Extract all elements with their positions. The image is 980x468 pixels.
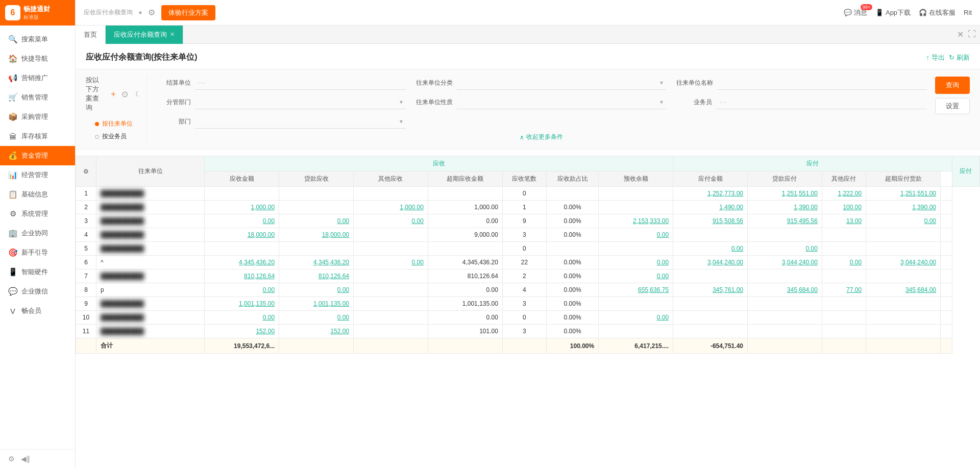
sidebar-item-wechat[interactable]: 💬 企业微信: [0, 282, 75, 301]
sidebar-item-hardware[interactable]: 📱 智能硬件: [0, 262, 75, 282]
cell-link[interactable]: 810,126.64: [244, 273, 275, 280]
cell-link[interactable]: 1,000.00: [251, 204, 275, 211]
sidebar-item-basic[interactable]: 📋 基础信息: [0, 185, 75, 204]
tab-home[interactable]: 首页: [76, 26, 106, 44]
cell-link[interactable]: 4,345,436.20: [239, 259, 275, 266]
dept-input[interactable]: ▾: [195, 114, 406, 129]
cell-link[interactable]: 0.00: [412, 217, 424, 225]
cell-link[interactable]: 0.00: [657, 273, 669, 280]
cell-link[interactable]: 0.00: [337, 217, 349, 225]
cell-link[interactable]: 3,044,240.00: [782, 259, 818, 266]
sidebar-item-operation[interactable]: 📊 经营管理: [0, 165, 75, 185]
cell-link[interactable]: 2,153,333.00: [633, 217, 669, 225]
cell-link[interactable]: 345,684.00: [905, 286, 936, 293]
logo-sub: 标准版: [23, 14, 50, 21]
search-scheme-icon[interactable]: ⊙: [121, 89, 128, 99]
footer-settings-btn[interactable]: ⚙: [8, 455, 15, 463]
cell-link[interactable]: 13.00: [846, 217, 862, 225]
cell-link[interactable]: 0.00: [657, 314, 669, 321]
salesperson-input[interactable]: ···: [716, 95, 927, 109]
sidebar-item-inventory[interactable]: 🏛 库存核算: [0, 127, 75, 146]
tab-maximize-btn[interactable]: ⛶: [968, 30, 976, 39]
sidebar-item-quick-nav[interactable]: 🏠 快捷导航: [0, 49, 75, 68]
cell-link[interactable]: 1,000.00: [400, 204, 424, 211]
scheme-dot: [95, 122, 99, 126]
cell-link[interactable]: 0.00: [657, 259, 669, 266]
query-btn[interactable]: 查询: [935, 77, 970, 94]
sidebar-item-guide[interactable]: 🎯 新手引导: [0, 243, 75, 262]
scheme-by-staff[interactable]: 按业务员: [91, 130, 138, 143]
cell-link[interactable]: 0.00: [806, 245, 818, 252]
cell-link[interactable]: 4,345,436.20: [313, 259, 349, 266]
cell-link[interactable]: 3,044,240.00: [707, 259, 743, 266]
cell-link[interactable]: 0.00: [263, 217, 275, 225]
header-dropdown-btn[interactable]: ▾: [139, 9, 142, 16]
cell-link[interactable]: 18,000.00: [322, 231, 349, 238]
cell-link[interactable]: 1,251,551.00: [782, 190, 818, 197]
cell-link[interactable]: 1,222.00: [838, 190, 862, 197]
cell-link[interactable]: 345,684.00: [787, 286, 818, 293]
cell-link[interactable]: 0.00: [731, 245, 743, 252]
sidebar-item-system[interactable]: ⚙ 系统管理: [0, 204, 75, 224]
cell-link[interactable]: 0.00: [657, 231, 669, 238]
sidebar-item-finance[interactable]: 💰 资金管理: [0, 146, 75, 165]
footer-collapse-btn[interactable]: ◀‖: [21, 455, 30, 463]
cell-link[interactable]: 345,761.00: [713, 286, 743, 293]
cell-link[interactable]: 1,251,551.00: [900, 190, 936, 197]
cell-link[interactable]: 0.00: [337, 286, 349, 293]
sidebar-item-purchase[interactable]: 📦 采购管理: [0, 107, 75, 127]
settlement-input[interactable]: ···: [195, 76, 406, 90]
collapse-btn[interactable]: ∧ 收起更多条件: [520, 133, 563, 141]
cell-link[interactable]: 1,390.00: [912, 204, 936, 211]
sidebar-item-marketing[interactable]: 📢 营销推广: [0, 68, 75, 88]
cell-link[interactable]: 0.00: [337, 314, 349, 321]
field-label-partner-cat: 往来单位分类: [416, 79, 453, 87]
table-settings-col[interactable]: ⚙: [76, 156, 96, 187]
tab-close-window-btn[interactable]: ✕: [957, 30, 964, 39]
search-collapse-icon[interactable]: 《: [132, 90, 138, 98]
cell-link[interactable]: 1,252,773.00: [707, 190, 743, 197]
settings-btn[interactable]: 设置: [935, 98, 970, 114]
cell-link[interactable]: 100.00: [843, 204, 862, 211]
scheme-by-partner[interactable]: 按往来单位: [91, 117, 138, 130]
export-btn[interactable]: ↑ 导出: [926, 53, 945, 62]
cell-link[interactable]: 152.00: [256, 328, 275, 335]
cell-link[interactable]: 3,044,240.00: [900, 259, 936, 266]
header-right: 💬 消息 99+ 📱 App下载 🎧 在线客服 Rit: [844, 8, 972, 17]
cell-link[interactable]: 1,490.00: [719, 204, 743, 211]
header-user[interactable]: Rit: [964, 9, 972, 16]
sidebar-item-enterprise[interactable]: 🏢 企业协同: [0, 224, 75, 243]
partner-category-input[interactable]: ▾: [457, 76, 667, 90]
cell-link[interactable]: 0.00: [924, 217, 936, 225]
dept-head-input[interactable]: ▾: [195, 95, 406, 109]
partner-nature-input[interactable]: ▾: [457, 95, 667, 109]
cell-link[interactable]: 77.00: [846, 286, 862, 293]
cell-link[interactable]: 0.00: [850, 259, 862, 266]
search-add-btn[interactable]: ＋: [109, 89, 117, 100]
cell-link[interactable]: 152.00: [330, 328, 349, 335]
tab-ar-ap[interactable]: 应收应付余额查询 ✕: [106, 26, 183, 44]
cell-link[interactable]: 810,126.64: [318, 273, 349, 280]
header-notif[interactable]: 💬 消息 99+: [844, 8, 867, 17]
cell-link[interactable]: 1,001,135.00: [313, 300, 349, 307]
refresh-btn[interactable]: ↻ 刷新: [949, 53, 970, 62]
header-app-download[interactable]: 📱 App下载: [875, 8, 911, 17]
cell-link[interactable]: 0.00: [412, 259, 424, 266]
cell-link[interactable]: 915,495.56: [787, 217, 818, 225]
trial-btn[interactable]: 体验行业方案: [161, 5, 215, 20]
sidebar-item-vip[interactable]: V 畅会员: [0, 301, 75, 321]
cell-link[interactable]: 1,001,135.00: [239, 300, 275, 307]
cell-link[interactable]: 655,636.75: [638, 286, 669, 293]
cell-link[interactable]: 915,508.56: [713, 217, 743, 225]
cell-link[interactable]: 0.00: [263, 314, 275, 321]
cell-link[interactable]: 18,000.00: [248, 231, 275, 238]
header-gear-icon[interactable]: ⚙: [148, 8, 155, 17]
cell-link[interactable]: 1,390.00: [794, 204, 818, 211]
partner-name-input[interactable]: [717, 76, 927, 90]
table-gear-icon[interactable]: ⚙: [83, 168, 89, 175]
sidebar-item-search-menu[interactable]: 🔍 搜索菜单: [0, 30, 75, 49]
header-online-service[interactable]: 🎧 在线客服: [919, 8, 955, 17]
cell-link[interactable]: 0.00: [263, 286, 275, 293]
sidebar-item-sales[interactable]: 🛒 销售管理: [0, 88, 75, 107]
tab-close-btn[interactable]: ✕: [170, 31, 175, 38]
